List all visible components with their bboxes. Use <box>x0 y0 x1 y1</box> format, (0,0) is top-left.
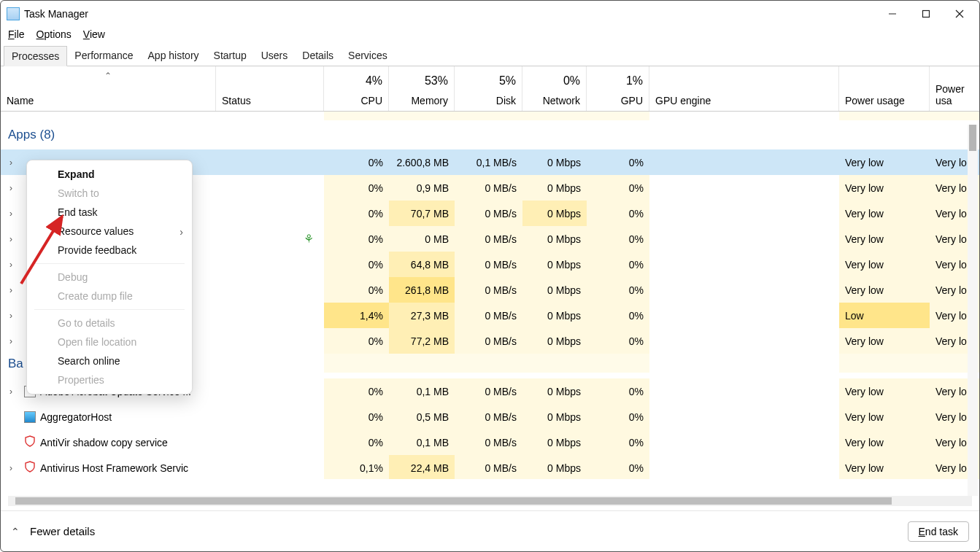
table-row[interactable]: ›Antivirus Host Framework Servic0,1%22,4… <box>1 455 979 479</box>
chevron-right-icon[interactable]: › <box>9 285 20 295</box>
menu-bar: File Options View <box>1 27 979 46</box>
ctx-switch-to: Switch to <box>27 184 192 203</box>
col-name[interactable]: ⌃ Name <box>1 66 216 111</box>
tab-app-history[interactable]: App history <box>141 46 207 66</box>
cell-gpu-engine <box>649 149 839 175</box>
cell-gpu: 0% <box>587 201 649 226</box>
col-memory[interactable]: 53% Memory <box>389 66 455 111</box>
tab-processes[interactable]: Processes <box>4 46 67 66</box>
column-header-row: ⌃ Name Status 4% CPU 53% Memory 5% Disk … <box>1 66 979 112</box>
separator <box>34 309 185 310</box>
col-status[interactable]: Status <box>216 66 324 111</box>
tab-startup[interactable]: Startup <box>207 46 254 66</box>
chevron-right-icon[interactable]: › <box>9 260 20 270</box>
ctx-expand[interactable]: Expand <box>27 165 192 184</box>
horizontal-scrollbar[interactable] <box>8 496 972 506</box>
separator <box>34 263 185 264</box>
menu-file[interactable]: File <box>8 28 25 40</box>
chevron-right-icon[interactable]: › <box>9 209 20 219</box>
ctx-end-task[interactable]: End task <box>27 203 192 222</box>
cell-mem: 0 MB <box>389 226 455 252</box>
context-menu: Expand Switch to End task Resource value… <box>26 160 193 394</box>
title-bar: Task Manager <box>1 1 979 27</box>
minimize-button[interactable] <box>876 1 909 27</box>
cell-gpu-engine <box>649 277 839 303</box>
tab-details[interactable]: Details <box>295 46 341 66</box>
cell-net: 0 Mbps <box>522 303 587 328</box>
cell-gpu: 0% <box>587 429 649 455</box>
cell-cpu: 0% <box>324 429 389 455</box>
table-row[interactable]: AntiVir shadow copy service0%0,1 MB0 MB/… <box>1 429 979 455</box>
cell-mem: 261,8 MB <box>389 277 455 303</box>
tab-performance[interactable]: Performance <box>67 46 140 66</box>
cell-disk: 0 MB/s <box>455 175 522 201</box>
end-task-button[interactable]: End task <box>908 521 969 542</box>
cell-disk: 0 MB/s <box>455 378 522 404</box>
fewer-details-link[interactable]: Fewer details <box>30 525 95 537</box>
maximize-button[interactable] <box>909 1 943 27</box>
cell-status <box>216 149 324 175</box>
cell-pu: Very low <box>839 252 930 277</box>
cell-gpu: 0% <box>587 252 649 277</box>
svg-rect-1 <box>923 10 930 17</box>
cell-mem: 22,4 MB <box>389 455 455 479</box>
cell-disk: 0 MB/s <box>455 303 522 328</box>
cell-gpu: 0% <box>587 226 649 252</box>
cell-mem: 0,5 MB <box>389 404 455 429</box>
chevron-right-icon[interactable]: › <box>9 463 20 473</box>
cell-status <box>216 201 324 226</box>
table-row[interactable]: AggregatorHost0%0,5 MB0 MB/s0 Mbps0%Very… <box>1 404 979 429</box>
col-power-usage[interactable]: Power usage <box>839 66 930 111</box>
col-network[interactable]: 0% Network <box>522 66 587 111</box>
cell-pu: Very low <box>839 201 930 226</box>
cell-gpu: 0% <box>587 175 649 201</box>
chevron-right-icon[interactable]: › <box>9 234 20 244</box>
cell-net: 0 Mbps <box>522 252 587 277</box>
ctx-resource-values[interactable]: Resource values› <box>27 222 192 241</box>
col-power-usage-trend[interactable]: Power usa <box>930 66 979 111</box>
tab-users[interactable]: Users <box>254 46 296 66</box>
chevron-right-icon[interactable]: › <box>9 158 20 168</box>
ctx-search-online[interactable]: Search online <box>27 351 192 370</box>
col-disk[interactable]: 5% Disk <box>455 66 522 111</box>
menu-options[interactable]: Options <box>36 28 72 40</box>
cell-cpu: 1,4% <box>324 303 389 328</box>
cell-net: 0 Mbps <box>522 455 587 479</box>
sort-indicator-icon: ⌃ <box>104 71 112 81</box>
cell-mem: 77,2 MB <box>389 328 455 354</box>
cell-gpu: 0% <box>587 277 649 303</box>
cell-disk: 0 MB/s <box>455 328 522 354</box>
chevron-up-icon[interactable]: ⌃ <box>11 526 20 537</box>
cell-cpu: 0% <box>324 404 389 429</box>
cell-status: ⚘ <box>216 226 324 252</box>
ctx-provide-feedback[interactable]: Provide feedback <box>27 241 192 260</box>
cell-gpu-engine <box>649 252 839 277</box>
cell-gpu-engine <box>649 175 839 201</box>
tab-services[interactable]: Services <box>341 46 395 66</box>
cell-cpu: 0% <box>324 175 389 201</box>
cell-cpu: 0% <box>324 378 389 404</box>
chevron-right-icon[interactable]: › <box>9 336 20 346</box>
close-button[interactable] <box>943 1 976 27</box>
cell-pu: Very low <box>839 328 930 354</box>
col-gpu-engine[interactable]: GPU engine <box>649 66 839 111</box>
col-cpu[interactable]: 4% CPU <box>324 66 389 111</box>
cell-disk: 0,1 MB/s <box>455 149 522 175</box>
menu-view[interactable]: View <box>83 28 105 40</box>
col-gpu[interactable]: 1% GPU <box>587 66 649 111</box>
cell-gpu-engine <box>649 226 839 252</box>
cell-net: 0 Mbps <box>522 175 587 201</box>
process-name: AntiVir shadow copy service <box>40 437 168 448</box>
group-apps[interactable]: Apps (8) <box>1 120 979 149</box>
shield-icon <box>24 461 36 475</box>
cell-net: 0 Mbps <box>522 149 587 175</box>
chevron-right-icon[interactable]: › <box>9 386 20 397</box>
cell-name: AntiVir shadow copy service <box>1 429 216 455</box>
cell-gpu: 0% <box>587 455 649 479</box>
cell-pu: Very low <box>839 226 930 252</box>
cell-disk: 0 MB/s <box>455 226 522 252</box>
chevron-right-icon[interactable]: › <box>9 183 20 193</box>
vertical-scrollbar[interactable] <box>968 125 978 496</box>
chevron-right-icon[interactable]: › <box>9 311 20 321</box>
cell-status <box>216 378 324 404</box>
